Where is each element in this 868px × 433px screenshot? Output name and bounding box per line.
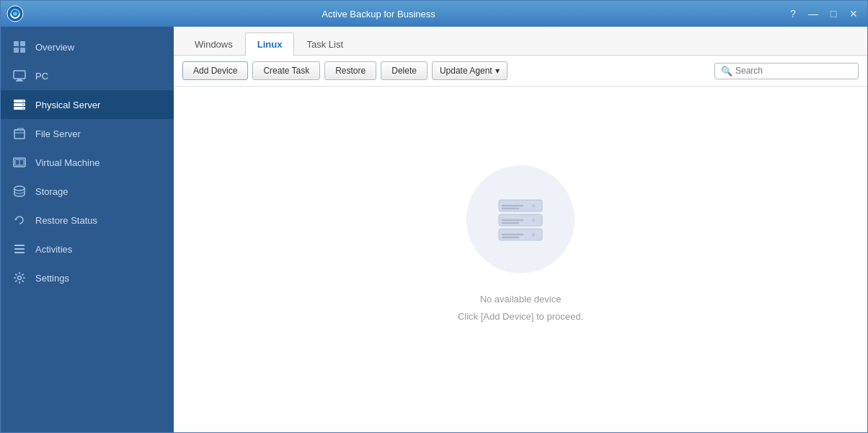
toolbar: Add Device Create Task Restore Delete Up… [174, 56, 867, 87]
svg-rect-22 [14, 252, 25, 253]
create-task-button[interactable]: Create Task [252, 61, 320, 80]
sidebar-item-overview-label: Overview [35, 42, 74, 53]
activities-icon [12, 242, 27, 256]
svg-rect-5 [20, 48, 25, 53]
pc-icon [12, 69, 27, 83]
add-device-button[interactable]: Add Device [182, 61, 248, 80]
empty-state-line2: Click [Add Device] to proceed. [458, 308, 583, 325]
svg-rect-6 [14, 71, 25, 79]
settings-icon [12, 271, 27, 285]
sidebar-item-physical-server[interactable]: Physical Server [1, 90, 174, 119]
tab-linux[interactable]: Linux [245, 32, 295, 56]
tab-windows[interactable]: Windows [182, 32, 245, 56]
sidebar-item-virtual-machine[interactable]: Virtual Machine [1, 148, 174, 177]
minimize-button[interactable]: — [805, 6, 821, 22]
restore-icon [12, 213, 27, 227]
svg-rect-4 [14, 48, 19, 53]
svg-point-14 [22, 108, 24, 109]
main-layout: Overview PC [1, 27, 867, 432]
svg-rect-21 [14, 248, 25, 250]
svg-point-1 [13, 12, 17, 16]
sidebar-item-overview[interactable]: Overview [1, 32, 174, 61]
empty-state-illustration [466, 165, 575, 274]
file-server-icon [12, 126, 27, 141]
svg-point-13 [22, 104, 24, 105]
titlebar: Active Backup for Business ? — □ ✕ [1, 1, 867, 27]
sidebar-item-restore-status-label: Restore Status [35, 215, 97, 226]
svg-point-35 [532, 233, 536, 237]
sidebar-item-pc[interactable]: PC [1, 61, 174, 90]
empty-state-line1: No available device [458, 291, 583, 307]
content-area: Windows Linux Task List Add Device Creat… [174, 27, 867, 432]
svg-rect-3 [20, 41, 25, 46]
overview-icon [12, 40, 27, 54]
dropdown-arrow-icon: ▾ [495, 66, 500, 76]
search-icon: 🔍 [721, 66, 732, 76]
help-button[interactable]: ? [785, 6, 801, 22]
app-logo [6, 5, 24, 22]
svg-rect-2 [14, 41, 19, 46]
window-controls: ? — □ ✕ [785, 6, 862, 22]
tab-task-list[interactable]: Task List [294, 32, 355, 56]
svg-point-27 [532, 204, 536, 208]
restore-button[interactable]: Restore [324, 61, 376, 80]
svg-point-19 [14, 186, 25, 191]
svg-point-23 [18, 276, 22, 280]
update-agent-button[interactable]: Update Agent ▾ [432, 61, 508, 80]
close-button[interactable]: ✕ [846, 6, 862, 22]
svg-rect-20 [14, 245, 25, 246]
delete-button[interactable]: Delete [381, 61, 428, 80]
server-icon [12, 97, 27, 112]
svg-point-31 [532, 219, 536, 222]
maximize-button[interactable]: □ [825, 6, 841, 22]
svg-rect-15 [14, 130, 25, 139]
sidebar-item-physical-server-label: Physical Server [35, 100, 100, 110]
sidebar-item-file-server[interactable]: File Server [1, 119, 174, 148]
sidebar-item-activities-label: Activities [35, 244, 72, 255]
sidebar-item-pc-label: PC [35, 71, 48, 82]
tab-bar: Windows Linux Task List [174, 27, 867, 56]
search-input[interactable] [735, 66, 852, 76]
app-title: Active Backup for Business [30, 9, 727, 19]
app-window: Active Backup for Business ? — □ ✕ Ov [0, 0, 868, 433]
svg-point-12 [22, 100, 24, 102]
empty-state: No available device Click [Add Device] t… [174, 87, 867, 432]
sidebar-item-storage-label: Storage [35, 186, 68, 197]
sidebar-item-virtual-machine-label: Virtual Machine [35, 157, 99, 168]
sidebar-item-restore-status[interactable]: Restore Status [1, 206, 174, 235]
sidebar-item-file-server-label: File Server [35, 128, 81, 139]
sidebar-item-storage[interactable]: Storage [1, 177, 174, 206]
sidebar-item-activities[interactable]: Activities [1, 235, 174, 263]
storage-icon [12, 184, 27, 198]
sidebar: Overview PC [1, 27, 174, 432]
sidebar-item-settings[interactable]: Settings [1, 263, 174, 292]
empty-state-text: No available device Click [Add Device] t… [458, 291, 583, 325]
search-box[interactable]: 🔍 [714, 63, 859, 79]
sidebar-item-settings-label: Settings [35, 273, 69, 284]
vm-icon [12, 155, 27, 170]
